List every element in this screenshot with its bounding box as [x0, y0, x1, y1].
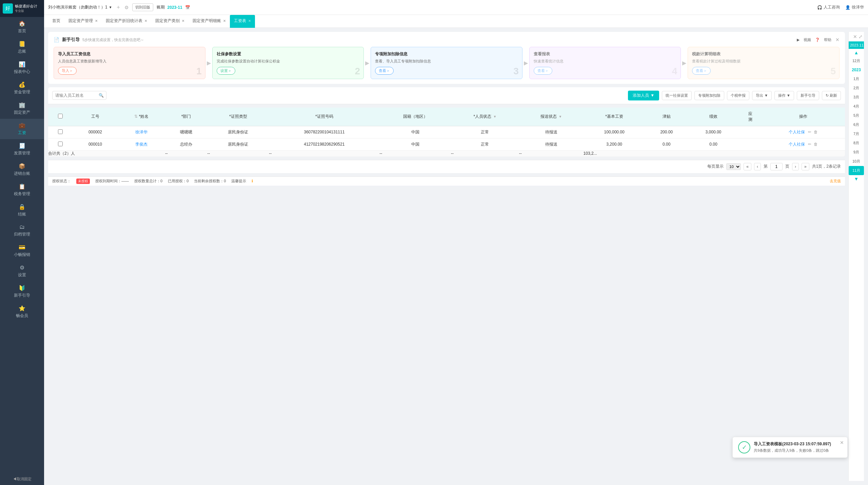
select-all-checkbox[interactable]: [58, 114, 63, 118]
edit-icon[interactable]: ✏: [808, 142, 811, 147]
step-1-btn[interactable]: 导入＞: [58, 67, 77, 75]
export-btn[interactable]: 导出 ▼: [752, 91, 772, 100]
close-panel-btn[interactable]: ✕: [853, 34, 857, 39]
refresh-btn[interactable]: ↻ 刷新: [822, 91, 841, 100]
tab-close-icon[interactable]: ✕: [95, 19, 98, 23]
page-suffix: 页: [785, 164, 789, 169]
tab-close-icon[interactable]: ✕: [248, 19, 251, 23]
sidebar-item-assets[interactable]: 🏢 固定资产: [0, 98, 44, 119]
month-1[interactable]: 1月: [849, 74, 864, 83]
add-account-btn[interactable]: ＋: [116, 4, 121, 11]
sidebar-item-member[interactable]: ⭐ 畅会员: [0, 302, 44, 322]
special-deduction-btn[interactable]: 专项附加扣除: [694, 91, 724, 100]
tab-asset-detail[interactable]: 固定资产明细账 ✕: [189, 15, 230, 28]
search-input[interactable]: [52, 91, 106, 100]
personal-insurance-link[interactable]: 个人社保: [789, 130, 805, 134]
sidebar-item-reports[interactable]: 📊 报表中心: [0, 58, 44, 78]
month-4[interactable]: 4月: [849, 102, 864, 111]
charge-link[interactable]: 去充值: [830, 179, 841, 184]
dropdown-arrow-icon: ▼: [764, 93, 768, 97]
tab-close-icon[interactable]: ✕: [182, 19, 184, 23]
month-12[interactable]: 12月: [849, 56, 864, 66]
page-number-input[interactable]: [770, 163, 783, 170]
tab-fixed-assets[interactable]: 固定资产管理 ✕: [64, 15, 102, 28]
sidebar-item-invoices[interactable]: 🧾 发票管理: [0, 139, 44, 160]
next-page-btn[interactable]: ›: [792, 163, 799, 170]
month-2[interactable]: 2月: [849, 83, 864, 93]
tab-depreciation[interactable]: 固定资产折旧统计表 ✕: [102, 15, 151, 28]
calendar-icon[interactable]: 📅: [185, 5, 190, 10]
sidebar-item-settings[interactable]: ⚙ 设置: [0, 261, 44, 281]
sidebar-item-guide[interactable]: 🔰 新手引导: [0, 281, 44, 302]
new-guide-btn[interactable]: 新手引导: [797, 91, 819, 100]
sidebar-item-ledger[interactable]: 📒 总账: [0, 37, 44, 58]
sum-empty: [739, 150, 762, 156]
name-link[interactable]: 徐泽华: [135, 130, 147, 134]
col-nation: 国籍（地区）: [379, 108, 451, 126]
panel-down-btn[interactable]: ▼: [853, 175, 860, 183]
sidebar-item-inventory[interactable]: 📦 进销台账: [0, 160, 44, 180]
account-selector[interactable]: 刘小艳演示账套（勿删勿动！）1 ▼: [48, 4, 112, 10]
close-onboard-btn[interactable]: ✕: [835, 37, 840, 42]
first-page-btn[interactable]: «: [744, 163, 751, 170]
expand-panel-btn[interactable]: ⤢: [859, 34, 863, 39]
tab-close-icon[interactable]: ✕: [144, 19, 147, 23]
step-2-btn[interactable]: 设置＞: [217, 67, 235, 75]
sidebar-item-funds[interactable]: 💰 资金管理: [0, 78, 44, 98]
unpin-sidebar-btn[interactable]: ◀取消固定: [13, 477, 32, 482]
report-filter-icon[interactable]: ▼: [558, 115, 562, 118]
panel-year: 2023.11: [849, 41, 864, 49]
sidebar-item-home[interactable]: 🏠 首页: [0, 17, 44, 37]
edit-icon[interactable]: ✏: [808, 130, 811, 134]
month-7[interactable]: 7月: [849, 129, 864, 138]
last-page-btn[interactable]: »: [802, 163, 809, 170]
col-id-type: *证照类型: [207, 108, 269, 126]
delete-icon[interactable]: 🗑: [814, 142, 818, 147]
tab-home[interactable]: 首页: [48, 15, 64, 28]
status-filter-icon[interactable]: ▼: [493, 115, 496, 118]
step-4-btn[interactable]: 查看＞: [534, 67, 552, 75]
month-9[interactable]: 9月: [849, 148, 864, 157]
month-8[interactable]: 8月: [849, 138, 864, 148]
tab-close-icon[interactable]: ✕: [223, 19, 226, 23]
row-checkbox[interactable]: [58, 129, 63, 134]
row-checkbox[interactable]: [58, 142, 63, 146]
month-3[interactable]: 3月: [849, 93, 864, 102]
onboard-step-2: 社保参数设置 完成社保参数设置自动计算社保公积金 设置＞ 2: [212, 47, 364, 79]
add-person-btn[interactable]: 添加人员 ▼: [628, 91, 659, 100]
social-security-btn[interactable]: 统一社保设置: [662, 91, 692, 100]
panel-up-btn[interactable]: ▲: [853, 49, 860, 56]
month-11[interactable]: 11月: [849, 166, 864, 175]
sidebar-item-expense[interactable]: 💳 小畅报销: [0, 241, 44, 261]
personal-insurance-link[interactable]: 个人社保: [789, 142, 805, 147]
sidebar-item-close[interactable]: 🔒 结账: [0, 200, 44, 221]
sidebar-item-tax[interactable]: 📋 税务管理: [0, 180, 44, 200]
pagination: 每页显示 10 20 50 « ‹ 第 页 › » 共1页，2条记录: [707, 163, 841, 170]
settings-gear-icon[interactable]: ⚙: [124, 5, 129, 10]
tab-asset-category[interactable]: 固定资产类别 ✕: [151, 15, 189, 28]
sidebar-item-payroll[interactable]: 💼 工资: [0, 119, 44, 139]
month-10[interactable]: 10月: [849, 157, 864, 166]
switch-version-btn[interactable]: 切到旧版: [132, 3, 153, 11]
prev-page-btn[interactable]: ‹: [754, 163, 761, 170]
step-3-btn[interactable]: 查看＞: [375, 67, 394, 75]
invoices-icon: 🧾: [19, 143, 25, 149]
search-icon: 🔍: [99, 93, 104, 98]
onboard-step-1: 导入员工工资信息 人员信息及工资数据新增导入 导入＞ 1: [54, 47, 205, 79]
month-5[interactable]: 5月: [849, 111, 864, 120]
sidebar-item-archive[interactable]: 🗂 归档管理: [0, 221, 44, 241]
toast-close-btn[interactable]: ✕: [840, 440, 844, 445]
month-6[interactable]: 6月: [849, 120, 864, 129]
user-profile[interactable]: 👤 徐泽华: [845, 4, 864, 10]
toolbar-right: 添加人员 ▼ 统一社保设置 专项附加扣除 个税申报 导出 ▼: [628, 91, 841, 100]
ai-consult-btn[interactable]: 🎧 人工咨询: [817, 4, 840, 10]
per-page-select[interactable]: 10 20 50: [726, 163, 741, 170]
tax-report-btn[interactable]: 个税申报: [727, 91, 749, 100]
operation-btn[interactable]: 操作 ▼: [774, 91, 794, 100]
step-5-btn[interactable]: 查看＞: [692, 67, 711, 75]
row-ops: 个人社保 ✏ 🗑: [762, 138, 845, 150]
delete-icon[interactable]: 🗑: [814, 130, 818, 134]
name-link[interactable]: 李俊杰: [135, 142, 147, 147]
tab-payroll[interactable]: 工资表 ✕: [230, 15, 255, 28]
sort-icon[interactable]: ⇅: [134, 114, 138, 119]
